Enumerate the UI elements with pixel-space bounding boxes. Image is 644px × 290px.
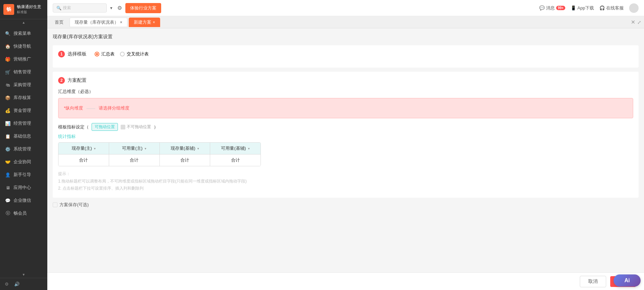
sidebar-item-member[interactable]: Ⓥ 畅会员: [0, 207, 47, 220]
user-avatar[interactable]: [629, 3, 639, 13]
sidebar-scroll-up[interactable]: ▲: [0, 19, 47, 26]
stats-col-0: 现存量(主) ▾: [58, 143, 109, 154]
save-label: 方案保存(可选): [59, 202, 89, 208]
radio-dot-cross: [120, 52, 125, 56]
message-btn[interactable]: 💬 消息 99+: [539, 5, 565, 11]
sidebar-label-operations: 经营管理: [14, 120, 31, 126]
inventory-tab-label: 现存量（库存状况表）: [75, 19, 119, 25]
box-icon: 📦: [5, 95, 11, 101]
sidebar-label-purchase: 采购管理: [14, 82, 31, 88]
sidebar-item-wechat[interactable]: 💬 企业微信: [0, 194, 47, 207]
sidebar-label-basic: 基础信息: [14, 133, 31, 139]
sidebar-item-inventory[interactable]: 📦 库存核算: [0, 91, 47, 104]
sidebar-item-system[interactable]: ⚙️ 系统管理: [0, 143, 47, 155]
inventory-tab-close[interactable]: ×: [120, 20, 122, 25]
tab-home[interactable]: 首页: [50, 18, 68, 27]
stats-col-label-2: 现存量(基辅): [171, 145, 196, 151]
tabs-bar: 首页 现存量（库存状况表） × 新建方案 × ✕ ⤢: [47, 16, 644, 28]
stats-col-arrow-2[interactable]: ▾: [197, 147, 199, 150]
sidebar-item-quicknav[interactable]: 🏠 快捷导航: [0, 40, 47, 53]
sidebar-item-basic[interactable]: 📋 基础信息: [0, 130, 47, 143]
main-area: 🔍 搜索 ▾ ⚙ 体验行业方案 💬 消息 99+ 📱 App下载 🎧 在线客服: [47, 0, 644, 290]
app-download-btn[interactable]: 📱 App下载: [571, 5, 594, 11]
stats-col-label-0: 现存量(主): [72, 145, 92, 151]
new-scheme-tab-label: 新建方案: [134, 19, 151, 25]
dropdown-arrow-icon: ▾: [110, 5, 113, 10]
sidebar-label-appcenter: 应用中心: [14, 185, 31, 191]
industry-btn[interactable]: 体验行业方案: [125, 3, 161, 13]
settings-icon[interactable]: ⚙: [5, 282, 9, 287]
tab-inventory-status[interactable]: 现存量（库存状况表） ×: [70, 18, 127, 27]
stats-cell-0-0: 合计: [58, 154, 109, 166]
handshake-icon: 🤝: [5, 159, 11, 165]
sidebar-item-operations[interactable]: 📊 经营管理: [0, 117, 47, 130]
tip-item-0: 1.拖动标题栏可以调整布局，不可跨维度或指标区域拖动栏目字段(只能在同一维度或指…: [58, 178, 633, 185]
sidebar-bottom: ⚙ 🔊: [0, 278, 47, 290]
indicator-settings: 模板指标设定（ 可拖动位置 不可拖动位置 ） 统计指标 现存量(主) ▾: [58, 123, 633, 166]
sidebar-nav: 🔍 搜索菜单 🏠 快捷导航 🎁 营销推广 🛒 销售管理 🛍 采购管理 📦 库存核…: [0, 26, 47, 271]
expand-btn[interactable]: ⤢: [637, 20, 641, 25]
search-icon: 🔍: [5, 30, 11, 37]
sidebar-label-finance: 资金管理: [14, 107, 31, 114]
non-drag-icon: [121, 125, 125, 129]
tab-new-scheme[interactable]: 新建方案 ×: [129, 18, 160, 27]
sidebar-label-quicknav: 快捷导航: [14, 43, 31, 49]
ai-float-button[interactable]: Ai: [614, 274, 641, 287]
page-title: 现存量(库存状况表)方案设置: [53, 34, 639, 40]
step2-section: 2 方案配置 汇总维度（必选） *纵向维度 —— 请选择分组维度 模板指标设定（…: [53, 72, 639, 198]
sidebar-label-search: 搜索菜单: [14, 30, 31, 37]
sidebar-item-purchase[interactable]: 🛍 采购管理: [0, 78, 47, 91]
sidebar-item-cooperation[interactable]: 🤝 企业协同: [0, 155, 47, 168]
content-area: 现存量(库存状况表)方案设置 1 选择模板 汇总表 交叉统计表: [47, 28, 644, 272]
stats-col-arrow-1[interactable]: ▾: [145, 147, 146, 150]
sidebar-item-sales[interactable]: 🛒 销售管理: [0, 66, 47, 78]
settings-btn[interactable]: ⚙: [117, 5, 122, 11]
chart-icon: 📊: [5, 120, 11, 126]
cancel-button[interactable]: 取消: [580, 276, 606, 287]
step1-badge: 1: [58, 51, 65, 57]
tips-title: 提示：: [58, 171, 70, 176]
sidebar-label-system: 系统管理: [14, 146, 31, 152]
sidebar-scroll-down[interactable]: ▼: [0, 271, 47, 278]
stats-col-arrow-3[interactable]: ▾: [248, 147, 250, 150]
new-scheme-tab-close[interactable]: ×: [153, 20, 155, 25]
online-service-label: 在线客服: [606, 5, 624, 11]
dropdown-trigger[interactable]: ▾: [110, 5, 113, 10]
radio-label-cross: 交叉统计表: [127, 51, 149, 57]
stats-col-label-3: 可用量(基辅): [221, 145, 246, 151]
sidebar-item-marketing[interactable]: 🎁 营销推广: [0, 53, 47, 66]
search-box[interactable]: 🔍 搜索: [53, 3, 107, 13]
sidebar-item-appcenter[interactable]: 🖥 应用中心: [0, 181, 47, 194]
tip-item-1: 2. 点击标题栏下拉可设置排序、插入列和删除列: [58, 185, 633, 192]
search-input-icon: 🔍: [56, 6, 61, 10]
radio-summary[interactable]: 汇总表: [95, 51, 115, 57]
step1-header: 1 选择模板 汇总表 交叉统计表: [58, 51, 633, 57]
radio-label-summary: 汇总表: [101, 51, 115, 57]
save-checkbox[interactable]: [53, 202, 57, 207]
dimension-area[interactable]: *纵向维度 —— 请选择分组维度: [58, 98, 633, 118]
online-service-btn[interactable]: 🎧 在线客服: [599, 5, 624, 11]
sidebar-item-search[interactable]: 🔍 搜索菜单: [0, 27, 47, 40]
radio-cross[interactable]: 交叉统计表: [120, 51, 149, 57]
stats-table: 现存量(主) ▾ 可用量(主) ▾ 现存量(基辅) ▾ 可用量(基辅): [58, 142, 261, 166]
topbar: 🔍 搜索 ▾ ⚙ 体验行业方案 💬 消息 99+ 📱 App下载 🎧 在线客服: [47, 0, 644, 16]
sidebar-label-marketing: 营销推广: [14, 56, 31, 62]
step2-title: 方案配置: [68, 77, 86, 83]
sidebar-label-guide: 新手引导: [14, 172, 31, 178]
stats-col-1: 可用量(主) ▾: [109, 143, 160, 154]
message-icon: 💬: [539, 5, 545, 10]
phone-icon: 📱: [571, 5, 576, 10]
indicator-settings-title: 模板指标设定（: [58, 124, 89, 130]
sidebar-item-guide[interactable]: 👤 新手引导: [0, 168, 47, 181]
stats-col-arrow-0[interactable]: ▾: [94, 147, 96, 150]
home-tab-label: 首页: [55, 19, 64, 25]
shopping-icon: 🛒: [5, 69, 11, 75]
sidebar-item-finance[interactable]: 💰 资金管理: [0, 104, 47, 117]
sidebar: 畅 畅康通好生意 标准版 ▲ 🔍 搜索菜单 🏠 快捷导航 🎁 营销推广 🛒 销售…: [0, 0, 47, 290]
app-logo: 畅 畅康通好生意 标准版: [0, 0, 47, 19]
speaker-icon[interactable]: 🔊: [14, 282, 20, 287]
stats-label: 统计指标: [58, 134, 633, 140]
draggable-badge: 可拖动位置: [92, 123, 118, 131]
close-window-btn[interactable]: ✕: [631, 19, 635, 25]
headset-icon: 🎧: [599, 5, 605, 10]
